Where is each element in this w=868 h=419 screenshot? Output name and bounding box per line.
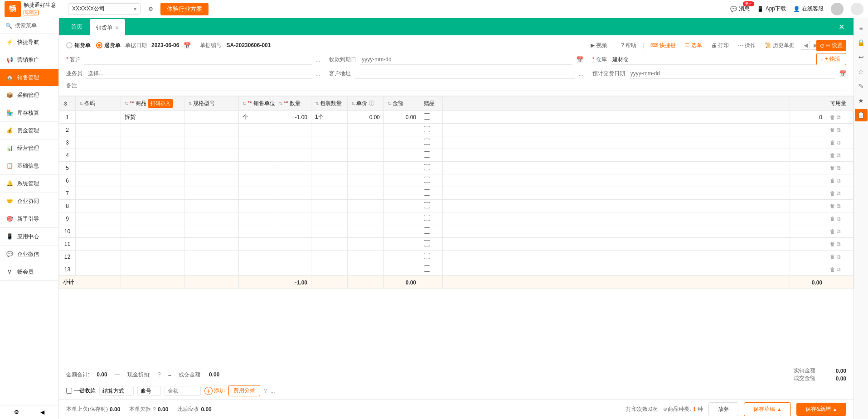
cell-barcode[interactable] — [76, 212, 121, 225]
delete-icon[interactable]: 🗑 — [830, 140, 835, 146]
cell-price[interactable] — [348, 238, 384, 250]
cell-pkgqty[interactable] — [311, 200, 348, 212]
tab-home[interactable]: 首页 — [63, 18, 90, 35]
cell-qty[interactable] — [275, 263, 311, 276]
cell-spec[interactable] — [184, 162, 239, 174]
note-input[interactable] — [81, 81, 846, 91]
cell-unit[interactable] — [239, 225, 275, 238]
cell-unit[interactable] — [239, 136, 275, 149]
radio-return[interactable]: 退货单 — [96, 42, 121, 49]
cell-spec[interactable] — [184, 124, 239, 136]
cell-price[interactable]: 0.00 — [348, 111, 384, 124]
cell-barcode[interactable] — [76, 238, 121, 250]
onepay-checkbox[interactable]: 一键收款 — [66, 387, 96, 395]
cell-price[interactable] — [348, 212, 384, 225]
sidebar-item-search[interactable]: 🔍 搜索菜单 — [0, 18, 58, 34]
cell-price[interactable] — [348, 174, 384, 187]
sidebar-item-purchase[interactable]: 📦 采购管理 — [0, 87, 58, 104]
add-payment-btn[interactable]: + 添加 — [204, 387, 225, 395]
history-btn[interactable]: 📜 历史单据 — [762, 41, 797, 50]
cell-pkgqty[interactable] — [311, 174, 348, 187]
print-btn[interactable]: 🖨 打印 — [708, 41, 732, 50]
cell-amount[interactable] — [384, 238, 420, 250]
cell-product[interactable] — [121, 263, 184, 276]
cell-price[interactable] — [348, 149, 384, 162]
delete-icon[interactable]: 🗑 — [830, 190, 835, 197]
cell-barcode[interactable] — [76, 225, 121, 238]
cell-gift[interactable] — [420, 200, 443, 212]
form-flow-btn[interactable]: + + 物流 — [816, 53, 846, 65]
online-service-button[interactable]: 👤 在线客服 — [793, 5, 824, 13]
cell-qty[interactable]: -1.00 — [275, 111, 311, 124]
cell-gift[interactable] — [420, 225, 443, 238]
cell-amount[interactable] — [384, 162, 420, 174]
cell-product[interactable] — [121, 187, 184, 200]
form-settings-btn[interactable]: ⊙ ⊙ 设置 — [816, 40, 846, 51]
account-select[interactable]: 账号 — [137, 386, 161, 396]
cell-barcode[interactable] — [76, 187, 121, 200]
sidebar-settings-icon[interactable]: ⚙ — [14, 409, 19, 415]
copy-icon[interactable]: ⧉ — [837, 266, 841, 273]
cell-product[interactable] — [121, 174, 184, 187]
cell-pkgqty[interactable] — [311, 162, 348, 174]
right-sidebar-btn-5[interactable]: ✎ — [855, 80, 868, 92]
cell-amount[interactable] — [384, 212, 420, 225]
payment-amount-input[interactable] — [165, 386, 201, 396]
copy-icon[interactable]: ⧉ — [837, 152, 841, 159]
cell-qty[interactable] — [275, 225, 311, 238]
delete-icon[interactable]: 🗑 — [830, 254, 835, 260]
cell-gift[interactable] — [420, 250, 443, 263]
shortcut-btn[interactable]: ⌨ 快捷键 — [648, 41, 679, 50]
scan-button[interactable]: 扫码录入 — [148, 99, 173, 108]
onepay-check[interactable] — [66, 388, 72, 394]
customer-addr-dots[interactable]: ... — [579, 71, 583, 77]
cell-product[interactable] — [121, 162, 184, 174]
cell-pkgqty[interactable] — [311, 250, 348, 263]
settings-icon[interactable]: ⚙ — [144, 3, 157, 15]
cell-spec[interactable] — [184, 174, 239, 187]
cell-spec[interactable] — [184, 149, 239, 162]
cell-product[interactable] — [121, 111, 184, 124]
right-sidebar-btn-1[interactable]: ≡ — [855, 22, 868, 34]
cell-barcode[interactable] — [76, 136, 121, 149]
cell-amount[interactable]: 0.00 — [384, 111, 420, 124]
cell-price[interactable] — [348, 200, 384, 212]
tab-bar-close-icon[interactable]: ✕ — [834, 23, 849, 31]
cell-price[interactable] — [348, 124, 384, 136]
discard-button[interactable]: 放弃 — [708, 402, 738, 416]
cell-price[interactable] — [348, 263, 384, 276]
cell-gift[interactable] — [420, 124, 443, 136]
help-btn[interactable]: ? 帮助 — [618, 41, 639, 50]
sidebar-item-system[interactable]: 🔔 系统管理 — [0, 175, 58, 193]
cell-product[interactable] — [121, 212, 184, 225]
delete-icon[interactable]: 🗑 — [830, 165, 835, 171]
cell-spec[interactable] — [184, 136, 239, 149]
tab-sales[interactable]: 销货单 × — [90, 19, 125, 36]
cell-pkgqty[interactable] — [311, 124, 348, 136]
cell-amount[interactable] — [384, 149, 420, 162]
delete-icon[interactable]: 🗑 — [830, 114, 835, 120]
cell-pkgqty[interactable] — [311, 187, 348, 200]
cell-pkgqty[interactable] — [311, 149, 348, 162]
copy-icon[interactable]: ⧉ — [837, 254, 841, 260]
delete-icon[interactable]: 🗑 — [830, 228, 835, 235]
cell-spec[interactable] — [184, 212, 239, 225]
cell-amount[interactable] — [384, 200, 420, 212]
right-sidebar-btn-7[interactable]: 📋 — [855, 109, 868, 121]
cell-pkgqty[interactable] — [311, 212, 348, 225]
cell-unit[interactable] — [239, 212, 275, 225]
cell-spec[interactable] — [184, 200, 239, 212]
fee-split-btn[interactable]: 费用分摊 — [228, 385, 260, 396]
copy-icon[interactable]: ⧉ — [837, 203, 841, 209]
message-button[interactable]: 💬 消息 99+ — [730, 5, 750, 13]
cell-pkgqty[interactable] — [311, 238, 348, 250]
cell-product[interactable] — [121, 238, 184, 250]
cell-gift[interactable] — [420, 149, 443, 162]
avatar[interactable] — [831, 3, 844, 15]
cell-barcode[interactable] — [76, 149, 121, 162]
right-sidebar-btn-3[interactable]: ↩ — [855, 51, 868, 63]
copy-icon[interactable]: ⧉ — [837, 228, 841, 235]
cell-price[interactable] — [348, 250, 384, 263]
cash-discount-help-icon[interactable]: ? — [158, 371, 161, 378]
cell-gift[interactable] — [420, 174, 443, 187]
